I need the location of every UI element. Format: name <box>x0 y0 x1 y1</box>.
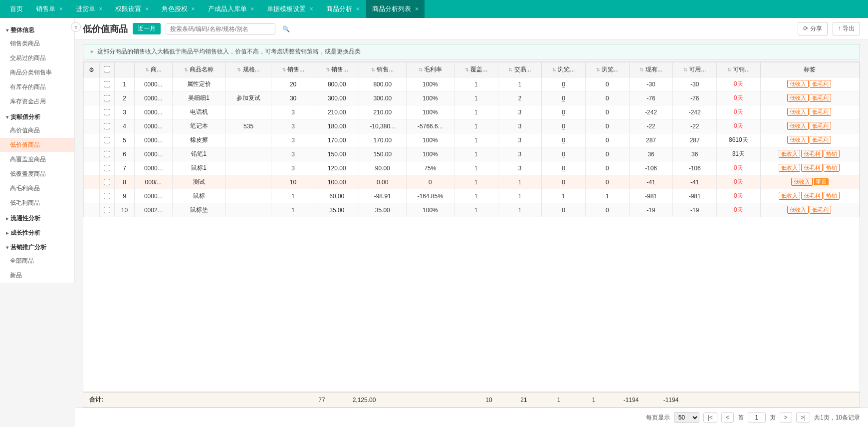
sidebar-group-overall[interactable]: ▾ 整体信息 <box>0 22 74 36</box>
nav-purchase[interactable]: 进货单 × <box>70 0 109 18</box>
browse1-link[interactable]: 0 <box>562 109 565 116</box>
row-checkbox[interactable] <box>104 95 110 101</box>
nav-permissions-close[interactable]: × <box>145 5 149 12</box>
nav-analysis[interactable]: 商品分析 × <box>320 0 366 18</box>
sidebar-item-high-value[interactable]: 高价值商品 <box>0 123 74 138</box>
per-page-select[interactable]: 50 100 200 <box>674 412 699 423</box>
cell-check[interactable] <box>100 147 115 161</box>
sidebar-item-stock-capital[interactable]: 库存资金占用 <box>0 94 74 109</box>
cell-check[interactable] <box>100 203 115 217</box>
col-code-header[interactable]: ⇅ 商... <box>135 62 173 77</box>
nav-purchase-close[interactable]: × <box>99 5 102 12</box>
cell-browse1[interactable]: 0 <box>542 91 586 105</box>
browse1-link[interactable]: 0 <box>562 179 565 186</box>
col-available-header[interactable]: ⇅ 可用... <box>673 62 717 77</box>
sidebar-group-marketing[interactable]: ▾ 营销推广分析 <box>0 239 74 254</box>
nav-sales[interactable]: 销售单 × <box>30 0 69 18</box>
cell-check[interactable] <box>100 119 115 133</box>
browse1-link[interactable]: 0 <box>562 123 565 130</box>
nav-inventory[interactable]: 产成品入库单 × <box>202 0 260 18</box>
export-btn[interactable]: ↑ 导出 <box>833 22 860 35</box>
sidebar-item-high-coverage[interactable]: 高覆盖度商品 <box>0 152 74 167</box>
page-number-input[interactable] <box>748 413 766 423</box>
nav-roles[interactable]: 角色授权 × <box>156 0 201 18</box>
search-icon[interactable]: 🔍 <box>282 25 290 32</box>
nav-home[interactable]: 首页 <box>4 0 29 18</box>
sidebar-group-growth[interactable]: ▸ 成长性分析 <box>0 225 74 239</box>
browse1-link[interactable]: 0 <box>562 137 565 144</box>
cell-browse1[interactable]: 0 <box>542 203 586 217</box>
row-checkbox[interactable] <box>104 179 110 185</box>
first-page-btn[interactable]: |< <box>703 413 717 423</box>
cell-browse1[interactable]: 0 <box>542 147 586 161</box>
col-browse1-header[interactable]: ⇅ 浏览... <box>542 62 586 77</box>
col-gear[interactable]: ⚙ <box>84 62 100 77</box>
cell-check[interactable] <box>100 77 115 91</box>
row-checkbox[interactable] <box>104 165 110 171</box>
col-current-header[interactable]: ⇅ 现有... <box>629 62 673 77</box>
col-gross-rate-header[interactable]: ⇅ 毛利率 <box>406 62 454 77</box>
col-sales-amount-header[interactable]: ⇅ 销售... <box>359 62 406 77</box>
nav-sales-close[interactable]: × <box>59 5 63 12</box>
browse1-link[interactable]: 0 <box>562 151 565 158</box>
row-checkbox[interactable] <box>104 193 110 199</box>
share-btn[interactable]: ⟳ 分享 <box>798 22 827 35</box>
browse1-link[interactable]: 0 <box>562 207 565 214</box>
nav-roles-close[interactable]: × <box>192 5 195 12</box>
search-input[interactable] <box>166 23 275 34</box>
nav-analysis-list[interactable]: 商品分析列表 × <box>366 0 425 18</box>
cell-check[interactable] <box>100 161 115 175</box>
col-browse2-header[interactable]: ⇅ 浏览... <box>585 62 629 77</box>
nav-inventory-close[interactable]: × <box>250 5 254 12</box>
col-check-all[interactable] <box>100 62 115 77</box>
nav-permissions[interactable]: 权限设置 × <box>109 0 155 18</box>
nav-analysis-list-close[interactable]: × <box>415 5 419 12</box>
row-checkbox[interactable] <box>104 123 110 129</box>
row-checkbox[interactable] <box>104 207 110 213</box>
browse1-link[interactable]: 0 <box>562 95 565 102</box>
browse1-link[interactable]: 0 <box>562 81 565 88</box>
sidebar-item-all-goods[interactable]: 全部商品 <box>0 254 74 268</box>
sidebar-item-low-coverage[interactable]: 低覆盖度商品 <box>0 167 74 181</box>
period-btn[interactable]: 近一月 <box>133 23 161 34</box>
cell-check[interactable] <box>100 91 115 105</box>
cell-browse1[interactable]: 0 <box>542 77 586 91</box>
cell-browse1[interactable]: 0 <box>542 105 586 119</box>
sidebar-item-category-rate[interactable]: 商品分类销售率 <box>0 65 74 80</box>
sidebar-item-sales-goods[interactable]: 销售类商品 <box>0 36 74 51</box>
cell-check[interactable] <box>100 105 115 119</box>
col-saleable-header[interactable]: ⇅ 可销... <box>717 62 761 77</box>
sidebar-item-stock-goods[interactable]: 有库存的商品 <box>0 80 74 94</box>
col-sales-qty-header[interactable]: ⇅ 销售... <box>271 62 315 77</box>
prev-page-btn[interactable]: < <box>721 413 734 423</box>
cell-check[interactable] <box>100 175 115 189</box>
sidebar-collapse-btn[interactable]: « <box>71 22 81 32</box>
check-all-box[interactable] <box>104 66 110 72</box>
sidebar-item-traded[interactable]: 交易过的商品 <box>0 51 74 65</box>
sidebar-item-high-margin[interactable]: 高毛利商品 <box>0 181 74 196</box>
col-coverage-header[interactable]: ⇅ 覆盖... <box>454 62 498 77</box>
nav-template-close[interactable]: × <box>310 5 313 12</box>
browse1-link[interactable]: 0 <box>562 165 565 172</box>
cell-browse1[interactable]: 0 <box>542 175 586 189</box>
col-name-header[interactable]: ⇅ 商品名称 <box>172 62 225 77</box>
col-trade-header[interactable]: ⇅ 交易... <box>498 62 542 77</box>
col-spec-header[interactable]: ⇅ 规格... <box>225 62 271 77</box>
nav-analysis-close[interactable]: × <box>356 5 359 12</box>
next-page-btn[interactable]: > <box>780 413 792 423</box>
cell-check[interactable] <box>100 189 115 203</box>
sidebar-item-low-value[interactable]: 低价值商品 <box>0 138 74 152</box>
cell-check[interactable] <box>100 133 115 147</box>
row-checkbox[interactable] <box>104 109 110 115</box>
sidebar-item-low-margin[interactable]: 低毛利商品 <box>0 196 74 210</box>
col-sales-price-header[interactable]: ⇅ 销售... <box>315 62 359 77</box>
sidebar-group-contribution[interactable]: ▾ 贡献值分析 <box>0 109 74 123</box>
sidebar-group-circulation[interactable]: ▸ 流通性分析 <box>0 210 74 225</box>
row-checkbox[interactable] <box>104 151 110 157</box>
cell-browse1[interactable]: 0 <box>542 161 586 175</box>
cell-browse1[interactable]: 0 <box>542 133 586 147</box>
cell-browse1[interactable]: 0 <box>542 119 586 133</box>
browse1-link[interactable]: 1 <box>562 193 565 200</box>
row-checkbox[interactable] <box>104 81 110 87</box>
sidebar-item-new-goods[interactable]: 新品 <box>0 268 74 283</box>
